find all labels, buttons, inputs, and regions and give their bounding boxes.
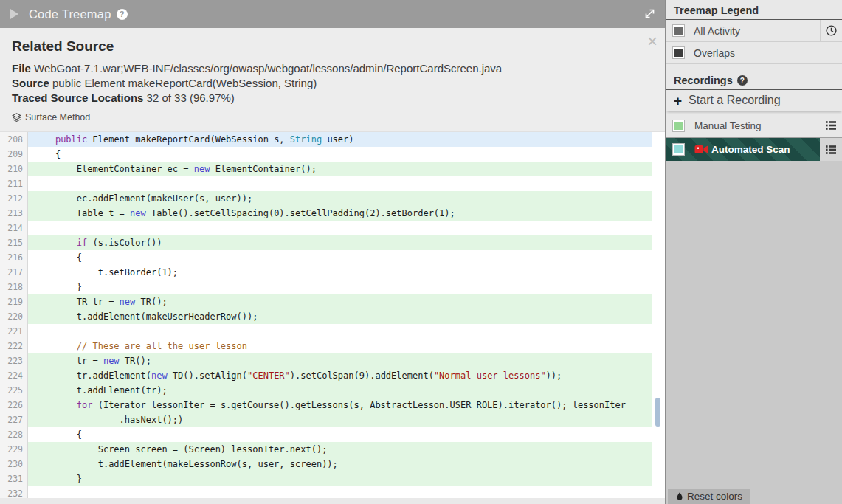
- line-number: 231: [0, 472, 28, 486]
- code-text: ec.addElement(makeUser(s, user));: [28, 191, 652, 206]
- layers-icon: [12, 113, 21, 122]
- line-number: 226: [0, 398, 28, 412]
- traced-line: Traced Source Locations 32 of 33 (96.97%…: [12, 91, 653, 106]
- code-text: [28, 486, 652, 498]
- automated-scan-label: Automated Scan: [711, 144, 790, 155]
- code-text: t.addElement(tr);: [28, 383, 652, 398]
- code-text: t.addElement(makeLessonRow(s, user, scre…: [28, 457, 652, 472]
- reset-colors-button[interactable]: Reset colors: [668, 489, 750, 504]
- recording-row-automated-scan[interactable]: Automated Scan: [666, 137, 842, 161]
- code-line: 216 {: [0, 250, 665, 265]
- line-number: 218: [0, 280, 28, 294]
- code-line: 217 t.setBorder(1);: [0, 265, 665, 280]
- code-line: 213 Table t = new Table().setCellSpacing…: [0, 206, 665, 221]
- line-number: 217: [0, 265, 28, 280]
- plus-icon: +: [674, 94, 682, 108]
- line-number: 228: [0, 427, 28, 442]
- code-line: 208 public Element makeReportCard(WebSes…: [0, 132, 665, 147]
- code-line: 226 for (Iterator lessonIter = s.getCour…: [0, 398, 665, 412]
- expand-icon[interactable]: [643, 7, 656, 20]
- automated-scan-label-wrap: Automated Scan: [694, 144, 820, 155]
- line-number: 211: [0, 176, 28, 191]
- legend-heading: Treemap Legend: [666, 0, 842, 20]
- overlaps-swatch: [673, 47, 684, 58]
- list-menu-icon[interactable]: [820, 138, 842, 161]
- line-number: 223: [0, 353, 28, 368]
- code-line: 231 }: [0, 472, 665, 486]
- collapse-arrow-icon[interactable]: [10, 9, 18, 19]
- line-number: 230: [0, 457, 28, 472]
- code-scrollbar-thumb[interactable]: [655, 398, 660, 427]
- start-recording-button[interactable]: + Start a Recording: [666, 90, 842, 111]
- line-number: 216: [0, 250, 28, 265]
- close-icon[interactable]: ×: [647, 34, 658, 49]
- code-line: 227 .hasNext();): [0, 412, 665, 427]
- main-panel: Code Treemap ? × Related Source File Web…: [0, 0, 665, 504]
- code-line: 214: [0, 221, 665, 235]
- traced-value: 32 of 33 (96.97%): [147, 92, 235, 104]
- titlebar-help-icon[interactable]: ?: [117, 9, 128, 20]
- code-text: // These are all the user lesson: [28, 339, 652, 353]
- code-text: t.addElement(makeUserHeaderRow());: [28, 309, 652, 324]
- code-text: t.setBorder(1);: [28, 265, 652, 280]
- source-label: Source: [12, 77, 49, 89]
- traced-label: Traced Source Locations: [12, 92, 143, 104]
- file-line: File WebGoat-7.1.war;WEB-INF/classes/org…: [12, 61, 653, 76]
- code-line: 215 if (s.isColor()): [0, 235, 665, 250]
- treemap-sidebar: Treemap Legend All Activity Overlaps Rec…: [665, 0, 842, 504]
- surface-method-badge: Surface Method: [12, 112, 653, 122]
- code-line: 228 {: [0, 427, 665, 442]
- history-clock-icon[interactable]: [820, 20, 842, 41]
- all-activity-swatch: [673, 25, 684, 36]
- source-code-viewer: 208 public Element makeReportCard(WebSes…: [0, 131, 665, 498]
- line-number: 220: [0, 309, 28, 324]
- code-line: 212 ec.addElement(makeUser(s, user));: [0, 191, 665, 206]
- code-text: TR tr = new TR();: [28, 294, 652, 309]
- recording-row-manual-testing[interactable]: Manual Testing: [666, 114, 842, 137]
- recordings-title: Recordings: [674, 75, 733, 86]
- manual-testing-swatch: [673, 120, 684, 131]
- automated-scan-swatch: [673, 144, 684, 155]
- code-text: {: [28, 147, 652, 162]
- code-line: 219 TR tr = new TR();: [0, 294, 665, 309]
- titlebar-title: Code Treemap: [29, 7, 111, 21]
- code-text: Screen screen = (Screen) lessonIter.next…: [28, 442, 652, 457]
- recordings-help-icon[interactable]: ?: [737, 75, 748, 86]
- code-line: 229 Screen screen = (Screen) lessonIter.…: [0, 442, 665, 457]
- start-recording-label: Start a Recording: [689, 94, 781, 107]
- code-treemap-titlebar: Code Treemap ?: [0, 0, 665, 28]
- line-number: 229: [0, 442, 28, 457]
- line-number: 212: [0, 191, 28, 206]
- legend-item-overlaps[interactable]: Overlaps: [666, 42, 842, 64]
- line-number: 232: [0, 486, 28, 498]
- code-text: ElementContainer ec = new ElementContain…: [28, 162, 652, 176]
- line-number: 222: [0, 339, 28, 353]
- code-line: 224 tr.addElement(new TD().setAlign("CEN…: [0, 368, 665, 383]
- file-value: WebGoat-7.1.war;WEB-INF/classes/org/owas…: [34, 62, 502, 75]
- page-title: Related Source: [12, 38, 653, 55]
- code-text: {: [28, 427, 652, 442]
- line-number: 214: [0, 221, 28, 235]
- related-source-header: × Related Source File WebGoat-7.1.war;WE…: [0, 28, 665, 131]
- code-line: 221: [0, 324, 665, 339]
- code-text: [28, 176, 652, 191]
- code-line: 225 t.addElement(tr);: [0, 383, 665, 398]
- all-activity-label: All Activity: [694, 25, 820, 37]
- legend-title: Treemap Legend: [674, 4, 759, 16]
- droplet-icon: [676, 491, 683, 501]
- legend-item-all-activity[interactable]: All Activity: [666, 20, 842, 42]
- line-number: 225: [0, 383, 28, 398]
- code-line: 218 }: [0, 280, 665, 294]
- video-camera-icon: [694, 145, 708, 154]
- code-text: tr = new TR();: [28, 353, 652, 368]
- recordings-heading: Recordings ?: [666, 70, 842, 90]
- code-line: 223 tr = new TR();: [0, 353, 665, 368]
- code-text: }: [28, 472, 652, 486]
- code-text: [28, 324, 652, 339]
- list-menu-icon[interactable]: [820, 114, 842, 137]
- code-text: .hasNext();): [28, 412, 652, 427]
- code-text: public Element makeReportCard(WebSession…: [28, 132, 652, 147]
- code-line: 209 {: [0, 147, 665, 162]
- code-scrollbar: [655, 132, 661, 498]
- code-lines: 208 public Element makeReportCard(WebSes…: [0, 132, 665, 498]
